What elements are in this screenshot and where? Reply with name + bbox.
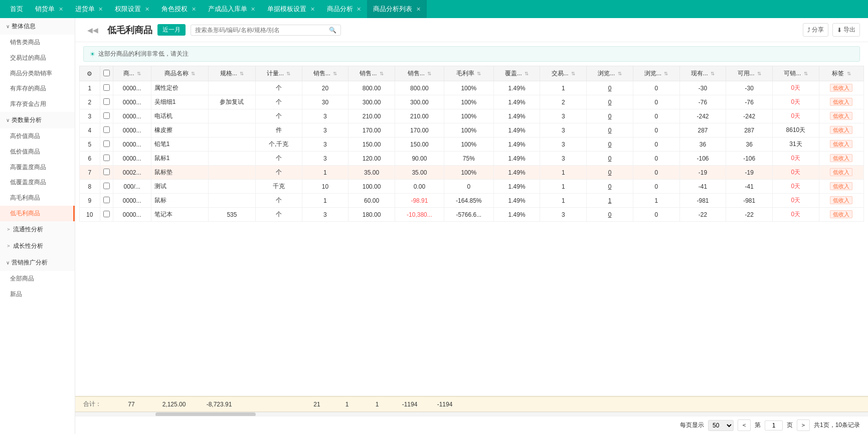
share-button[interactable]: ⤴ 分享 xyxy=(803,23,828,37)
row-unit: 个 xyxy=(255,81,302,95)
row-checkbox[interactable] xyxy=(100,137,113,152)
sidebar-item-new-goods[interactable]: 新品 xyxy=(0,286,75,302)
sidebar-item-traded-goods[interactable]: 交易过的商品 xyxy=(0,50,75,66)
row-browse2: 0 xyxy=(633,109,679,123)
time-filter-button[interactable]: 近一月 xyxy=(157,24,186,36)
close-icon[interactable]: ✕ xyxy=(59,6,63,12)
col-spec[interactable]: 规格... ⇅ xyxy=(209,66,256,81)
col-tag[interactable]: 标签 ⇅ xyxy=(819,66,863,81)
row-browse1[interactable]: 0 xyxy=(587,152,633,166)
row-current-stock: -41 xyxy=(679,180,726,194)
prev-page-button[interactable]: ＜ xyxy=(738,419,751,431)
scroll-bar-area[interactable] xyxy=(75,412,868,416)
search-input[interactable] xyxy=(195,27,329,34)
row-checkbox[interactable] xyxy=(100,166,113,180)
close-icon[interactable]: ✕ xyxy=(310,6,315,12)
sidebar-item-stock-capital[interactable]: 库存资金占用 xyxy=(0,96,75,112)
nav-products[interactable]: 产成品入库单 ✕ xyxy=(202,0,262,18)
sidebar-item-sales-goods[interactable]: 销售类商品 xyxy=(0,35,75,50)
sidebar-item-low-coverage[interactable]: 低覆盖度商品 xyxy=(0,175,75,190)
col-current-stock[interactable]: 现有... ⇅ xyxy=(679,66,726,81)
table-row: 7 0002... 鼠标垫 个 1 35.00 35.00 100% 1.49%… xyxy=(80,166,864,180)
row-browse1[interactable]: 0 xyxy=(587,208,633,222)
sidebar-item-high-profit[interactable]: 高毛利商品 xyxy=(0,190,75,206)
close-icon[interactable]: ✕ xyxy=(192,6,196,12)
next-page-button[interactable]: ＞ xyxy=(797,419,810,431)
row-checkbox[interactable] xyxy=(100,152,113,166)
row-sales-profit: 35.00 xyxy=(395,166,444,180)
sidebar-group-category[interactable]: ∨ 类数量分析 xyxy=(0,112,75,128)
sidebar-item-low-value[interactable]: 低价值商品 xyxy=(0,144,75,160)
row-checkbox[interactable] xyxy=(100,123,113,137)
sidebar-group-circulation[interactable]: ＞ 流通性分析 xyxy=(0,221,75,238)
col-coverage[interactable]: 覆盖... ⇅ xyxy=(493,66,540,81)
row-name: 橡皮擦 xyxy=(151,123,208,137)
sidebar-group-marketing[interactable]: ∨ 营销推广分析 xyxy=(0,254,75,271)
row-browse1[interactable]: 0 xyxy=(587,123,633,137)
row-trade-count: 1 xyxy=(540,81,587,95)
sidebar-group-growth[interactable]: ＞ 成长性分析 xyxy=(0,238,75,254)
sidebar-item-all-goods[interactable]: 全部商品 xyxy=(0,271,75,286)
table-container[interactable]: ⚙ 商... ⇅ 商品名称 ⇅ 规格... ⇅ 计量... ⇅ 销售... ⇅ … xyxy=(75,66,868,396)
col-checkbox[interactable] xyxy=(100,66,113,81)
col-trade[interactable]: 交易... ⇅ xyxy=(540,66,587,81)
col-saleable-days[interactable]: 可销... ⇅ xyxy=(773,66,819,81)
collapse-sidebar-button[interactable]: ◀◀ xyxy=(83,24,102,36)
sidebar-item-category-rate[interactable]: 商品分类助销率 xyxy=(0,66,75,81)
nav-templates[interactable]: 单据模板设置 ✕ xyxy=(261,0,321,18)
col-settings[interactable]: ⚙ xyxy=(80,66,100,81)
row-browse1[interactable]: 0 xyxy=(587,166,633,180)
nav-purchase[interactable]: 进货单 ✕ xyxy=(69,0,109,18)
row-coverage: 1.49% xyxy=(493,109,540,123)
row-checkbox[interactable] xyxy=(100,180,113,194)
row-browse1[interactable]: 0 xyxy=(587,180,633,194)
col-gross-margin[interactable]: 毛利率 ⇅ xyxy=(444,66,493,81)
row-browse1[interactable]: 1 xyxy=(587,194,633,208)
row-browse1[interactable]: 0 xyxy=(587,109,633,123)
nav-home[interactable]: 首页 xyxy=(4,0,29,18)
row-checkbox[interactable] xyxy=(100,95,113,109)
sidebar-item-high-value[interactable]: 高价值商品 xyxy=(0,128,75,144)
col-sales-profit[interactable]: 销售... ⇅ xyxy=(395,66,444,81)
nav-analysis[interactable]: 商品分析 ✕ xyxy=(321,0,368,18)
nav-permissions[interactable]: 权限设置 ✕ xyxy=(109,0,155,18)
col-browse1[interactable]: 浏览... ⇅ xyxy=(587,66,633,81)
nav-analysis-list[interactable]: 商品分析列表 ✕ xyxy=(367,0,427,18)
close-icon[interactable]: ✕ xyxy=(98,6,103,12)
close-icon[interactable]: ✕ xyxy=(357,6,361,12)
row-checkbox[interactable] xyxy=(100,81,113,95)
col-available[interactable]: 可用... ⇅ xyxy=(726,66,773,81)
col-name[interactable]: 商品名称 ⇅ xyxy=(151,66,208,81)
row-trade-count: 1 xyxy=(540,166,587,180)
row-tag: 低收入 xyxy=(819,166,863,180)
col-unit[interactable]: 计量... ⇅ xyxy=(255,66,302,81)
sidebar-group-overall[interactable]: ∨ 整体信息 xyxy=(0,18,75,35)
close-icon[interactable]: ✕ xyxy=(251,6,255,12)
row-saleable-days: 31天 xyxy=(773,137,819,152)
col-code[interactable]: 商... ⇅ xyxy=(113,66,151,81)
page-number-input[interactable] xyxy=(765,420,783,430)
row-checkbox[interactable] xyxy=(100,194,113,208)
row-browse1[interactable]: 0 xyxy=(587,81,633,95)
table-row: 5 0000... 铅笔1 个,千克 3 150.00 150.00 100% … xyxy=(80,137,864,152)
row-checkbox[interactable] xyxy=(100,208,113,222)
row-checkbox[interactable] xyxy=(100,109,113,123)
select-all-checkbox[interactable] xyxy=(103,70,110,76)
row-browse1[interactable]: 0 xyxy=(587,95,633,109)
export-button[interactable]: ⬇ 导出 xyxy=(832,23,860,37)
row-spec xyxy=(209,109,256,123)
sidebar-item-low-profit[interactable]: 低毛利商品 xyxy=(0,206,75,221)
col-sales-amt[interactable]: 销售... ⇅ xyxy=(349,66,395,81)
sidebar-item-high-coverage[interactable]: 高覆盖度商品 xyxy=(0,160,75,175)
page-size-select[interactable]: 50 20 100 xyxy=(708,420,734,431)
sidebar-item-stock-goods[interactable]: 有库存的商品 xyxy=(0,81,75,96)
nav-roles[interactable]: 角色授权 ✕ xyxy=(155,0,202,18)
search-icon[interactable]: 🔍 xyxy=(329,27,336,34)
row-browse1[interactable]: 0 xyxy=(587,137,633,152)
nav-sales[interactable]: 销货单 ✕ xyxy=(29,0,69,18)
col-sales-qty[interactable]: 销售... ⇅ xyxy=(302,66,349,81)
sort-icon: ⇅ xyxy=(137,71,141,76)
col-browse2[interactable]: 浏览... ⇅ xyxy=(633,66,679,81)
close-icon[interactable]: ✕ xyxy=(416,6,421,12)
close-icon[interactable]: ✕ xyxy=(145,6,149,12)
